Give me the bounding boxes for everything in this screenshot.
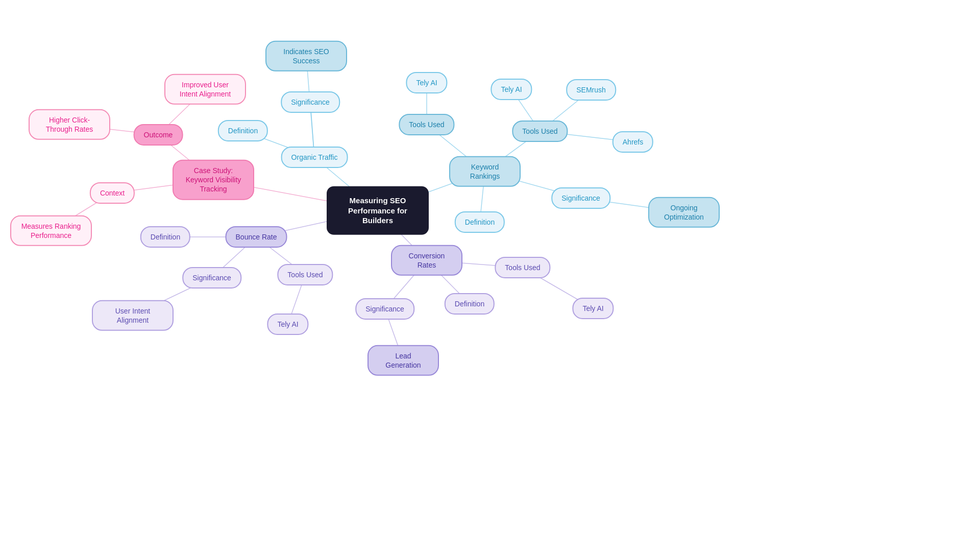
node-conversion-rates[interactable]: Conversion Rates (391, 245, 462, 276)
node-tely-kw2[interactable]: Tely AI (491, 79, 532, 100)
node-tely-conv[interactable]: Tely AI (572, 298, 614, 319)
node-ongoing-opt[interactable]: Ongoing Optimization (648, 197, 720, 228)
node-case-study[interactable]: Case Study: Keyword Visibility Tracking (173, 160, 254, 200)
node-definition-br[interactable]: Definition (140, 226, 190, 248)
node-tools-br[interactable]: Tools Used (277, 264, 333, 285)
node-user-intent[interactable]: User Intent Alignment (92, 300, 174, 331)
center-node[interactable]: Measuring SEO Performance for Builders (327, 186, 429, 235)
node-tools-conv[interactable]: Tools Used (495, 257, 550, 278)
node-significance-kw[interactable]: Significance (551, 187, 610, 209)
node-tely-kw[interactable]: Tely AI (406, 72, 447, 93)
node-ahrefs[interactable]: Ahrefs (612, 131, 653, 153)
node-outcome[interactable]: Outcome (134, 124, 183, 146)
node-significance-br[interactable]: Significance (182, 267, 241, 288)
node-tools-kw[interactable]: Tools Used (399, 114, 454, 135)
node-bounce-rate[interactable]: Bounce Rate (226, 226, 287, 248)
node-semrush[interactable]: SEMrush (566, 79, 616, 101)
node-improved-intent[interactable]: Improved User Intent Alignment (164, 74, 246, 105)
node-definition-conv[interactable]: Definition (445, 293, 495, 315)
mind-map: Measuring SEO Performance for BuildersOr… (0, 0, 980, 553)
node-definition-organic[interactable]: Definition (218, 120, 268, 141)
node-organic-traffic[interactable]: Organic Traffic (281, 147, 348, 168)
node-tely-br[interactable]: Tely AI (267, 314, 308, 335)
node-significance-organic[interactable]: Significance (281, 91, 340, 113)
node-context[interactable]: Context (90, 182, 135, 204)
node-tools-kw2[interactable]: Tools Used (512, 121, 568, 142)
node-lead-gen[interactable]: Lead Generation (368, 345, 439, 376)
node-indicates-seo[interactable]: Indicates SEO Success (265, 41, 347, 71)
node-definition-kw[interactable]: Definition (455, 211, 505, 233)
node-keyword-rankings[interactable]: Keyword Rankings (449, 156, 521, 187)
node-higher-ctr[interactable]: Higher Click-Through Rates (29, 109, 110, 140)
node-significance-conv[interactable]: Significance (355, 298, 414, 320)
node-measures-ranking[interactable]: Measures Ranking Performance (10, 215, 92, 246)
